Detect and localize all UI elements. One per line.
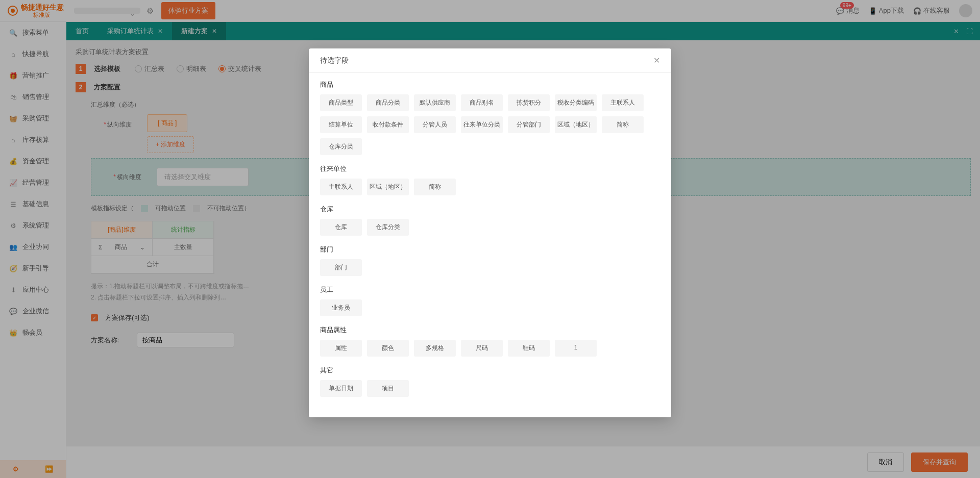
- field-group-title: 商品: [320, 80, 660, 89]
- field-chip-仓库分类[interactable]: 仓库分类: [320, 138, 362, 155]
- field-group-商品: 商品商品类型商品分类默认供应商商品别名拣货积分税收分类编码主联系人结算单位收付款…: [320, 80, 660, 155]
- field-chip-拣货积分[interactable]: 拣货积分: [508, 94, 550, 111]
- field-group-商品属性: 商品属性属性颜色多规格尺码鞋码1: [320, 325, 660, 357]
- field-chip-区域（地区）[interactable]: 区域（地区）: [367, 179, 409, 195]
- field-chip-分管部门[interactable]: 分管部门: [508, 116, 550, 133]
- field-chip-仓库分类[interactable]: 仓库分类: [367, 219, 409, 236]
- modal-close-icon[interactable]: ✕: [653, 56, 660, 65]
- field-group-title: 商品属性: [320, 325, 660, 335]
- modal-overlay[interactable]: 待选字段 ✕ 商品商品类型商品分类默认供应商商品别名拣货积分税收分类编码主联系人…: [0, 0, 980, 478]
- field-chip-结算单位[interactable]: 结算单位: [320, 116, 362, 133]
- field-chip-项目[interactable]: 项目: [367, 380, 409, 397]
- field-chip-商品分类[interactable]: 商品分类: [367, 94, 409, 111]
- field-group-仓库: 仓库仓库仓库分类: [320, 205, 660, 236]
- field-group-title: 往来单位: [320, 164, 660, 173]
- field-chip-区域（地区）[interactable]: 区域（地区）: [555, 116, 597, 133]
- field-chip-尺码[interactable]: 尺码: [461, 340, 503, 357]
- field-chip-主联系人[interactable]: 主联系人: [320, 179, 362, 195]
- field-chip-商品类型[interactable]: 商品类型: [320, 94, 362, 111]
- field-chip-颜色[interactable]: 颜色: [367, 340, 409, 357]
- field-group-title: 部门: [320, 245, 660, 254]
- field-chip-简称[interactable]: 简称: [602, 116, 644, 133]
- field-group-往来单位: 往来单位主联系人区域（地区）简称: [320, 164, 660, 195]
- field-group-部门: 部门部门: [320, 245, 660, 276]
- field-chip-部门[interactable]: 部门: [320, 259, 362, 276]
- field-chip-1[interactable]: 1: [555, 340, 597, 357]
- field-chip-主联系人[interactable]: 主联系人: [602, 94, 644, 111]
- field-modal: 待选字段 ✕ 商品商品类型商品分类默认供应商商品别名拣货积分税收分类编码主联系人…: [309, 48, 671, 417]
- field-chip-收付款条件[interactable]: 收付款条件: [367, 116, 409, 133]
- field-group-员工: 员工业务员: [320, 285, 660, 316]
- field-chip-仓库[interactable]: 仓库: [320, 219, 362, 236]
- field-chip-税收分类编码[interactable]: 税收分类编码: [555, 94, 597, 111]
- field-chip-商品别名[interactable]: 商品别名: [461, 94, 503, 111]
- field-group-title: 仓库: [320, 205, 660, 214]
- modal-title: 待选字段: [320, 56, 349, 65]
- field-chip-往来单位分类[interactable]: 往来单位分类: [461, 116, 503, 133]
- field-chip-单据日期[interactable]: 单据日期: [320, 380, 362, 397]
- field-chip-分管人员[interactable]: 分管人员: [414, 116, 456, 133]
- field-group-其它: 其它单据日期项目: [320, 366, 660, 397]
- field-chip-简称[interactable]: 简称: [414, 179, 456, 195]
- field-chip-鞋码[interactable]: 鞋码: [508, 340, 550, 357]
- field-chip-属性[interactable]: 属性: [320, 340, 362, 357]
- field-chip-多规格[interactable]: 多规格: [414, 340, 456, 357]
- field-chip-默认供应商[interactable]: 默认供应商: [414, 94, 456, 111]
- field-chip-业务员[interactable]: 业务员: [320, 299, 362, 316]
- field-group-title: 员工: [320, 285, 660, 294]
- field-group-title: 其它: [320, 366, 660, 375]
